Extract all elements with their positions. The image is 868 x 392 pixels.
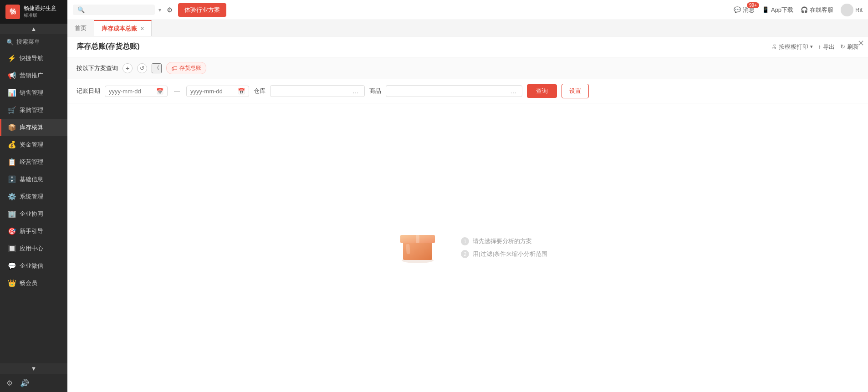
tabs-bar: 首页 库存成本总账 × bbox=[67, 20, 868, 36]
empty-state: 1 请先选择要分析的方案 2 用[过滤]条件来缩小分析范围 bbox=[67, 103, 868, 392]
sidebar-item-sales[interactable]: 📊 销售管理 bbox=[0, 84, 67, 102]
page-title: 库存总账(存货总账) bbox=[77, 42, 140, 51]
user-name: Rit bbox=[855, 6, 863, 13]
sidebar-item-label: 采购管理 bbox=[20, 106, 43, 114]
scheme-tag-label: 存货总账 bbox=[179, 64, 201, 72]
filter-add-btn[interactable]: + bbox=[123, 63, 133, 73]
topbar-right: 💬 消息 99+ 📱 App下载 🎧 在线客服 Rit bbox=[734, 4, 863, 16]
sidebar-item-operation[interactable]: 📋 经营管理 bbox=[0, 153, 67, 171]
warehouse-more-btn[interactable]: … bbox=[351, 87, 361, 95]
date-start-input-wrap[interactable]: 📅 bbox=[105, 86, 168, 97]
filter-collapse-btn[interactable]: 《 bbox=[152, 63, 162, 73]
message-btn[interactable]: 💬 消息 99+ bbox=[734, 6, 755, 14]
tab-home[interactable]: 首页 bbox=[67, 20, 94, 36]
sidebar-item-enterprise[interactable]: 🏢 企业协同 bbox=[0, 205, 67, 223]
industry-btn[interactable]: 体验行业方案 bbox=[178, 3, 226, 17]
goods-label: 商品 bbox=[369, 87, 381, 95]
sidebar-item-new-guide[interactable]: 🎯 新手引导 bbox=[0, 223, 67, 240]
vip-icon: 👑 bbox=[8, 279, 16, 287]
scroll-down-arrow[interactable]: ▼ bbox=[0, 363, 67, 374]
query-btn[interactable]: 查询 bbox=[527, 84, 557, 98]
goods-input[interactable] bbox=[390, 88, 508, 95]
app-download-btn[interactable]: 📱 App下载 bbox=[762, 6, 793, 14]
topbar-chevron-icon[interactable]: ▾ bbox=[158, 7, 161, 13]
right-panel-close-btn[interactable]: ✕ bbox=[854, 36, 868, 50]
app-center-icon: 🔲 bbox=[8, 244, 16, 253]
filter-reset-btn[interactable]: ↺ bbox=[137, 63, 147, 73]
sidebar: 畅 畅捷通好生意 标准版 ▲ 🔍 搜索菜单 ⚡ 快捷导航 📢 营销推广 📊 销售… bbox=[0, 0, 67, 392]
export-btn[interactable]: ↑ 导出 bbox=[818, 43, 835, 51]
scheme-tag-icon: 🏷 bbox=[171, 65, 178, 72]
tab-inventory-ledger[interactable]: 库存成本总账 × bbox=[94, 20, 152, 36]
goods-more-btn[interactable]: … bbox=[508, 87, 518, 95]
empty-hint-1: 1 请先选择要分析的方案 bbox=[461, 237, 547, 245]
sidebar-item-vip[interactable]: 👑 畅会员 bbox=[0, 275, 67, 292]
date-end-input[interactable] bbox=[190, 88, 236, 95]
headset-icon: 🎧 bbox=[801, 6, 808, 13]
empty-text: 1 请先选择要分析的方案 2 用[过滤]条件来缩小分析范围 bbox=[461, 237, 547, 258]
tab-close-btn[interactable]: × bbox=[141, 25, 144, 32]
tab-inventory-label: 库存成本总账 bbox=[102, 25, 137, 33]
online-support-label: 在线客服 bbox=[810, 6, 833, 14]
topbar-gear-icon[interactable]: ⚙ bbox=[167, 6, 173, 14]
page-header-actions: 🖨 按模板打印 ▾ ↑ 导出 ↻ 刷新 bbox=[771, 43, 859, 51]
sidebar-item-label: 新手引导 bbox=[20, 227, 43, 235]
purchase-icon: 🛒 bbox=[8, 106, 16, 114]
sidebar-item-label: 基础信息 bbox=[20, 175, 43, 183]
operation-icon: 📋 bbox=[8, 158, 16, 166]
settings-btn[interactable]: 设置 bbox=[562, 84, 589, 98]
sidebar-search-label: 搜索菜单 bbox=[16, 38, 40, 46]
filter-bar: 按以下方案查询 + ↺ 《 🏷 存货总账 bbox=[67, 57, 868, 79]
sidebar-item-wechat[interactable]: 💬 企业微信 bbox=[0, 257, 67, 275]
settings-icon[interactable]: ⚙ bbox=[6, 379, 13, 387]
sidebar-item-finance[interactable]: 💰 资金管理 bbox=[0, 136, 67, 153]
search-icon: 🔍 bbox=[6, 39, 14, 46]
avatar-image bbox=[841, 4, 853, 16]
sidebar-item-system[interactable]: ⚙️ 系统管理 bbox=[0, 188, 67, 205]
wechat-icon: 💬 bbox=[8, 262, 16, 270]
date-separator: — bbox=[174, 88, 180, 95]
sidebar-item-label: 资金管理 bbox=[20, 141, 43, 149]
sidebar-item-marketing[interactable]: 📢 营销推广 bbox=[0, 67, 67, 84]
new-guide-icon: 🎯 bbox=[8, 227, 16, 235]
sidebar-item-inventory[interactable]: 📦 库存核算 bbox=[0, 119, 67, 136]
warehouse-input[interactable] bbox=[274, 88, 351, 95]
close-icon: ✕ bbox=[858, 38, 864, 48]
goods-input-wrap[interactable]: … bbox=[386, 85, 522, 97]
sound-icon[interactable]: 🔊 bbox=[20, 379, 29, 387]
online-support-btn[interactable]: 🎧 在线客服 bbox=[801, 6, 833, 14]
calendar-start-icon[interactable]: 📅 bbox=[156, 88, 163, 95]
date-start-input[interactable] bbox=[109, 88, 154, 95]
print-btn[interactable]: 🖨 按模板打印 ▾ bbox=[771, 43, 813, 51]
system-icon: ⚙️ bbox=[8, 193, 16, 201]
phone-icon: 📱 bbox=[762, 6, 769, 13]
topbar-search[interactable]: 🔍 bbox=[73, 5, 155, 15]
calendar-end-icon[interactable]: 📅 bbox=[238, 88, 245, 95]
page-header: 库存总账(存货总账) 🖨 按模板打印 ▾ ↑ 导出 ↻ 刷新 bbox=[67, 36, 868, 57]
sales-icon: 📊 bbox=[8, 89, 16, 97]
message-icon: 💬 bbox=[734, 6, 741, 13]
empty-box-illustration bbox=[395, 220, 436, 261]
scroll-up-arrow[interactable]: ▲ bbox=[0, 24, 67, 34]
sidebar-item-purchase[interactable]: 🛒 采购管理 bbox=[0, 102, 67, 119]
tab-home-label: 首页 bbox=[75, 24, 87, 32]
sidebar-item-label: 经营管理 bbox=[20, 158, 43, 166]
date-end-input-wrap[interactable]: 📅 bbox=[186, 86, 249, 97]
inventory-icon: 📦 bbox=[8, 123, 16, 132]
sidebar-item-app-center[interactable]: 🔲 应用中心 bbox=[0, 240, 67, 257]
empty-hint-2: 2 用[过滤]条件来缩小分析范围 bbox=[461, 250, 547, 258]
marketing-icon: 📢 bbox=[8, 71, 16, 80]
print-chevron-icon: ▾ bbox=[810, 44, 813, 50]
sidebar-item-label: 企业协同 bbox=[20, 210, 43, 218]
sidebar-item-label: 营销推广 bbox=[20, 71, 43, 80]
user-avatar[interactable]: Rit bbox=[841, 4, 863, 16]
sidebar-search[interactable]: 🔍 搜索菜单 bbox=[0, 34, 67, 50]
hint-text-1: 请先选择要分析的方案 bbox=[473, 237, 532, 245]
sidebar-item-basic-info[interactable]: 🗄️ 基础信息 bbox=[0, 171, 67, 188]
sidebar-item-quick-nav[interactable]: ⚡ 快捷导航 bbox=[0, 50, 67, 67]
filter-scheme-tag[interactable]: 🏷 存货总账 bbox=[166, 62, 206, 74]
logo-icon: 畅 bbox=[5, 5, 20, 19]
hint-num-2: 2 bbox=[461, 250, 469, 258]
app-logo: 畅 畅捷通好生意 标准版 bbox=[0, 0, 67, 24]
warehouse-input-wrap[interactable]: … bbox=[270, 85, 365, 97]
